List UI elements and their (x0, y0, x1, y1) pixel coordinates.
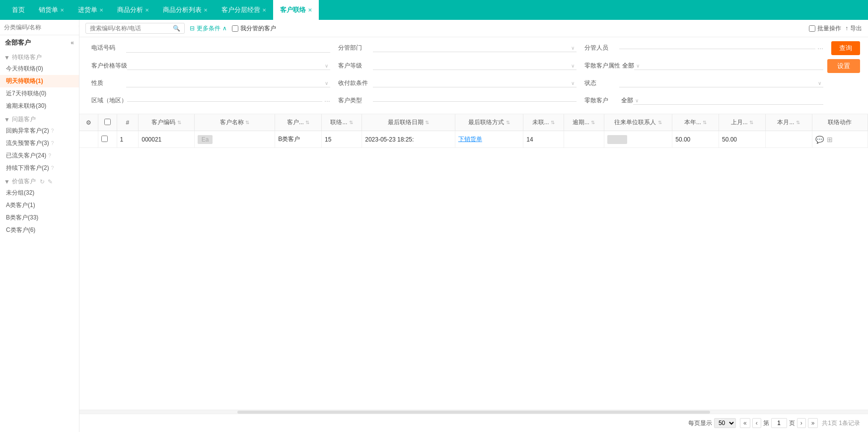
customer-type-filter: 客户类型 (334, 94, 581, 107)
already-lost-item[interactable]: 已流失客户(24) ? (0, 149, 79, 162)
price-level-select[interactable]: ∨ (127, 62, 330, 70)
region-select[interactable] (127, 99, 322, 102)
nav-close-product-list[interactable]: ✕ (204, 7, 208, 13)
nav-customer-layered[interactable]: 客户分层经营 ✕ (215, 0, 273, 20)
retail-attr-select[interactable]: ∨ (634, 62, 823, 70)
search-icon[interactable]: 🔍 (173, 25, 180, 32)
sort-icon-no-contact: ⇅ (551, 120, 555, 125)
nav-close-contact[interactable]: ✕ (308, 7, 312, 13)
batch-checkbox[interactable] (809, 25, 815, 32)
prev-page-btn[interactable]: ‹ (752, 418, 761, 428)
last-method-link[interactable]: 下销货单 (458, 136, 482, 143)
setting-button[interactable]: 设置 (827, 59, 860, 73)
nav-home[interactable]: 首页 (5, 0, 32, 20)
continue-down-item[interactable]: 持续下滑客户(2) ? (0, 162, 79, 174)
td-checkbox (98, 131, 117, 148)
sort-icon-this-month: ⇅ (796, 120, 800, 125)
table-header-row: ⚙ # 客户编码 ⇅ 客户名称 ⇅ 客户... ⇅ (79, 114, 868, 131)
search-input[interactable] (90, 25, 173, 32)
top-navigation: 首页 销货单 ✕ 进货单 ✕ 商品分析 ✕ 商品分析列表 ✕ 客户分层经营 ✕ … (0, 0, 868, 20)
more-conditions-btn[interactable]: ⊟ 更多条件 ∧ (190, 24, 227, 33)
td-this-month (765, 131, 812, 148)
th-checkbox (98, 114, 117, 131)
problem-customers-section[interactable]: ▼ 问题客户 (0, 112, 79, 125)
td-last-month: 50.00 (719, 131, 766, 148)
page-input[interactable] (771, 418, 787, 428)
last-page-btn[interactable]: » (808, 418, 818, 428)
filter-icon: ⊟ (190, 25, 195, 32)
first-page-btn[interactable]: « (740, 418, 750, 428)
nav-product-analysis[interactable]: 商品分析 ✕ (110, 0, 156, 20)
th-no-contact[interactable]: 未联... ⇅ (523, 114, 564, 131)
ungrouped-item[interactable]: 未分组(32) (0, 187, 79, 199)
my-customers-checkbox[interactable] (232, 25, 238, 32)
gender-select[interactable]: ∨ (126, 79, 330, 87)
nav-close-sales[interactable]: ✕ (60, 7, 64, 13)
th-last-contact-method[interactable]: 最后联络方式 ⇅ (455, 114, 523, 131)
th-this-month[interactable]: 本月... ⇅ (765, 114, 812, 131)
person-select[interactable] (619, 47, 815, 49)
horizontal-scrollbar[interactable] (79, 410, 868, 414)
retail-customer-select[interactable]: ∨ (633, 97, 823, 105)
nav-product-analysis-list[interactable]: 商品分析列表 ✕ (156, 0, 215, 20)
edit-icon[interactable]: ✎ (48, 178, 53, 185)
nav-sales-order[interactable]: 销货单 ✕ (32, 0, 71, 20)
region-dots-icon[interactable]: ··· (324, 97, 330, 105)
customer-level-select[interactable]: ∨ (373, 62, 577, 70)
grid-icon[interactable]: ⊞ (827, 136, 833, 144)
nav-close-purchase[interactable]: ✕ (99, 7, 103, 13)
search-box[interactable]: 🔍 (85, 23, 185, 34)
sidebar: 🔍 全部客户 « ▼ 待联络客户 今天待联络(0) 明天待联络(1) 近7天待联… (0, 20, 79, 432)
payment-select[interactable]: ∨ (373, 79, 577, 87)
class-a-item[interactable]: A类客户(1) (0, 199, 79, 212)
customer-level-filter: 客户等级 ∨ (334, 60, 581, 72)
export-btn[interactable]: ↑ 导出 (845, 24, 862, 33)
nav-customer-contact[interactable]: 客户联络 ✕ (273, 0, 319, 20)
pending-contact-section[interactable]: ▼ 待联络客户 (0, 50, 79, 63)
dept-select[interactable]: ∨ (373, 44, 577, 52)
lost-warning-item[interactable]: 流失预警客户(3) ? (0, 137, 79, 149)
query-button[interactable]: 查询 (831, 41, 860, 55)
th-last-month[interactable]: 上月... ⇅ (719, 114, 766, 131)
th-name[interactable]: 客户名称 ⇅ (194, 114, 275, 131)
th-settings[interactable]: ⚙ (79, 114, 98, 131)
td-index: 1 (117, 131, 139, 148)
nav-close-layered[interactable]: ✕ (262, 7, 266, 13)
row-checkbox[interactable] (101, 136, 108, 142)
toolbar: 🔍 ⊟ 更多条件 ∧ 我分管的客户 批量操作 ↑ 导出 (79, 20, 868, 37)
status-filter: 状态 ∨ (580, 77, 827, 89)
person-dots-icon[interactable]: ··· (817, 44, 823, 52)
help-icon-lost: ? (51, 141, 54, 146)
repurchase-abnormal-item[interactable]: 回购异常客户(2) ? (0, 125, 79, 137)
th-code[interactable]: 客户编码 ⇅ (139, 114, 195, 131)
th-this-year[interactable]: 本年... ⇅ (672, 114, 719, 131)
status-select[interactable]: ∨ (619, 79, 823, 87)
sidebar-search-input[interactable] (4, 24, 78, 31)
th-overdue[interactable]: 逾期... ⇅ (564, 114, 604, 131)
tomorrow-contact-item[interactable]: 明天待联络(1) (0, 75, 79, 87)
phone-input[interactable] (126, 43, 330, 53)
class-b-item[interactable]: B类客户(33) (0, 212, 79, 224)
batch-operation-btn[interactable]: 批量操作 (809, 24, 841, 33)
customer-type-select[interactable] (373, 99, 577, 102)
today-contact-item[interactable]: 今天待联络(0) (0, 63, 79, 75)
th-last-contact-date[interactable]: 最后联络日期 ⇅ (362, 114, 455, 131)
week-contact-item[interactable]: 近7天待联络(0) (0, 87, 79, 100)
value-customers-section[interactable]: ▼ 价值客户 ↻ ✎ (0, 174, 79, 187)
message-icon[interactable]: 💬 (815, 136, 824, 144)
chevron-down-icon-payment: ∨ (571, 80, 575, 86)
class-c-item[interactable]: C类客户(6) (0, 224, 79, 236)
next-page-btn[interactable]: › (797, 418, 806, 428)
select-all-checkbox[interactable] (104, 119, 111, 125)
overdue-contact-item[interactable]: 逾期未联络(30) (0, 100, 79, 112)
nav-close-product-analysis[interactable]: ✕ (145, 7, 149, 13)
refresh-icon[interactable]: ↻ (40, 178, 45, 185)
nav-purchase-order[interactable]: 进货单 ✕ (71, 0, 110, 20)
th-contact[interactable]: 联络... ⇅ (322, 114, 362, 131)
th-type[interactable]: 客户... ⇅ (275, 114, 322, 131)
customer-table: ⚙ # 客户编码 ⇅ 客户名称 ⇅ 客户... ⇅ (79, 114, 868, 148)
th-contacts-person[interactable]: 往来单位联系人 ⇅ (604, 114, 672, 131)
all-customers-title[interactable]: 全部客户 « (0, 35, 79, 50)
per-page-select[interactable]: 50 (714, 418, 736, 428)
retail-customer-filter: 零散客户 全部 ∨ (580, 94, 827, 107)
